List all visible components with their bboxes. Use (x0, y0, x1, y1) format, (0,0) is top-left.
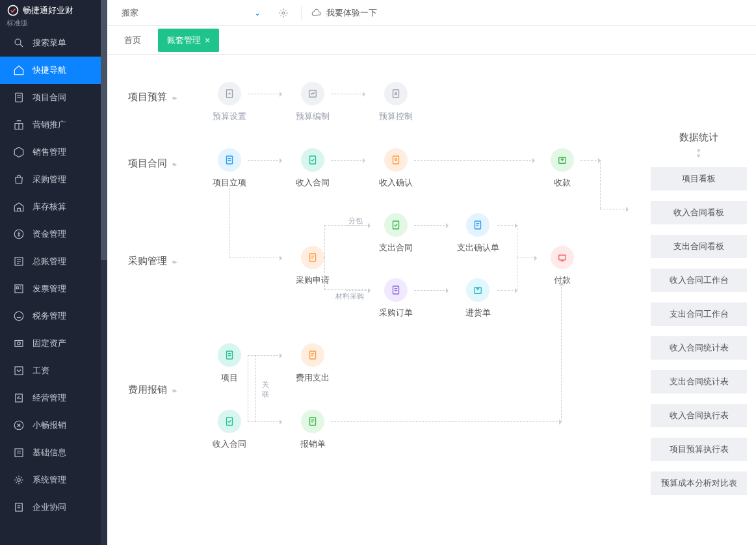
nav-basic-info[interactable]: 基础信息 (0, 439, 101, 466)
sidebar-scrollbar[interactable] (101, 0, 107, 545)
svg-rect-21 (227, 156, 233, 164)
sidebar: 畅捷通好业财 标准版 搜索菜单 快捷导航 项目合同 营销推广 销售管理 采购管理… (0, 0, 101, 545)
svg-rect-29 (393, 286, 399, 294)
try-experience-button[interactable]: 我要体验一下 (311, 7, 377, 19)
arrow-icon: ▪▸ (172, 94, 176, 102)
node-goods-receipt[interactable]: 进货单 (452, 278, 504, 319)
nav-label: 项目合同 (33, 92, 66, 103)
arrow (517, 258, 536, 258)
svg-rect-26 (310, 254, 316, 261)
asset-icon (13, 338, 25, 349)
arrow (248, 160, 281, 161)
row-label-expense: 费用报销 (128, 384, 167, 396)
company-select[interactable]: 搬家 ⌄ (116, 4, 266, 22)
sublabel-cailiao: 材料采购 (335, 291, 364, 301)
stat-expense-board[interactable]: 支出合同看板 (651, 235, 747, 258)
nav-collab[interactable]: 企业协同 (0, 494, 101, 521)
gear-icon (13, 474, 25, 486)
node-budget-setup[interactable]: 预算设置 (203, 82, 255, 122)
nav-system[interactable]: 系统管理 (0, 466, 101, 494)
tab-account-mgmt[interactable]: 账套管理 × (158, 29, 219, 52)
nav-expense-report[interactable]: 小畅报销 (0, 412, 101, 439)
nav-inventory[interactable]: 库存核算 (0, 193, 101, 220)
edition-label: 标准版 (7, 18, 94, 28)
arrow (497, 225, 517, 226)
stat-income-workbench[interactable]: 收入合同工作台 (651, 269, 747, 292)
doc-icon (218, 148, 241, 172)
nav-label: 采购管理 (33, 174, 66, 185)
line (229, 185, 230, 258)
svg-point-20 (395, 93, 397, 95)
nav-funds[interactable]: 资金管理 (0, 220, 101, 248)
node-expense-form[interactable]: 报销单 (287, 410, 339, 450)
nav-label: 快捷导航 (33, 64, 66, 76)
chart-icon (301, 82, 324, 105)
nav-marketing[interactable]: 营销推广 (0, 111, 101, 139)
contract-icon (13, 92, 25, 103)
line (248, 355, 248, 421)
search-icon (13, 37, 25, 49)
stat-budget-analysis[interactable]: 预算成本分析对比表 (651, 472, 747, 495)
info-icon (13, 447, 25, 459)
bag-icon (13, 174, 25, 185)
nav-salary[interactable]: 工资 (0, 357, 101, 384)
arrow (414, 160, 534, 161)
settings-button[interactable] (275, 5, 292, 21)
nav-label: 小畅报销 (33, 419, 66, 431)
scroll-thumb[interactable] (101, 0, 107, 260)
doc-icon (384, 213, 408, 237)
arrow (248, 94, 281, 94)
cloud-icon (311, 7, 322, 19)
nav-invoice[interactable]: 发票管理 (0, 275, 101, 302)
stat-income-exec[interactable]: 收入合同执行表 (651, 404, 747, 427)
doc-check-icon (301, 148, 324, 172)
collab-icon (13, 501, 25, 513)
stat-budget-exec[interactable]: 项目预算执行表 (651, 438, 747, 461)
stat-expense-workbench[interactable]: 支出合同工作台 (651, 302, 747, 326)
workflow-canvas: 项目预算 ▪▸ 预算设置 预算编制 预算控制 (107, 55, 756, 545)
node-project-init[interactable]: 项目立项 (203, 148, 255, 189)
nav-tax[interactable]: 税务管理 (0, 302, 101, 330)
line (324, 258, 370, 290)
nav-label: 总账管理 (33, 256, 66, 267)
stat-project-board[interactable]: 项目看板 (651, 167, 747, 191)
line (248, 421, 281, 422)
node-income-contract[interactable]: 收入合同 (287, 148, 339, 189)
node-expense-contract[interactable]: 支出合同 (370, 213, 422, 254)
nav-project-contract[interactable]: 项目合同 (0, 84, 101, 111)
stats-title: 数据统计 (651, 131, 747, 144)
svg-rect-8 (15, 341, 23, 347)
arrow (580, 160, 600, 161)
arrow (331, 94, 365, 94)
chart-icon (13, 392, 25, 404)
node-budget-control[interactable]: 预算控制 (370, 82, 422, 122)
assoc-label: 关联 (261, 380, 270, 399)
tab-home[interactable]: 首页 (118, 31, 148, 50)
logo-area: 畅捷通好业财 标准版 (0, 0, 101, 29)
close-icon[interactable]: × (205, 35, 210, 46)
nav-purchase[interactable]: 采购管理 (0, 166, 101, 193)
stat-income-board[interactable]: 收入合同看板 (651, 201, 747, 224)
main-area: 搬家 ⌄ 我要体验一下 首页 账套管理 × 项目预算 (107, 0, 756, 545)
nav-management[interactable]: 经营管理 (0, 384, 101, 412)
arrow (414, 290, 448, 291)
nav-sales[interactable]: 销售管理 (0, 139, 101, 166)
nav-label: 库存核算 (33, 201, 66, 213)
nav-search-menu[interactable]: 搜索菜单 (0, 29, 101, 57)
nav-label: 搜索菜单 (33, 37, 66, 49)
expense-icon (13, 419, 25, 431)
node-budget-compile[interactable]: 预算编制 (287, 82, 339, 122)
nav-ledger[interactable]: 总账管理 (0, 248, 101, 275)
stat-income-report[interactable]: 收入合同统计表 (651, 336, 747, 360)
nav-fixed-assets[interactable]: 固定资产 (0, 330, 101, 357)
node-income-confirm[interactable]: 收入确认 (370, 148, 422, 189)
node-purchase-order[interactable]: 采购订单 (370, 278, 422, 319)
node-expense-confirm[interactable]: 支出确认单 (452, 213, 504, 254)
divider (301, 6, 302, 20)
node-expense-out[interactable]: 费用支出 (287, 343, 339, 384)
stat-expense-report[interactable]: 支出合同统计表 (651, 370, 747, 393)
node-collection[interactable]: 收款 (536, 148, 588, 189)
nav-quick-nav[interactable]: 快捷导航 (0, 57, 101, 84)
nav-label: 工资 (33, 365, 49, 377)
tax-icon (13, 310, 25, 322)
